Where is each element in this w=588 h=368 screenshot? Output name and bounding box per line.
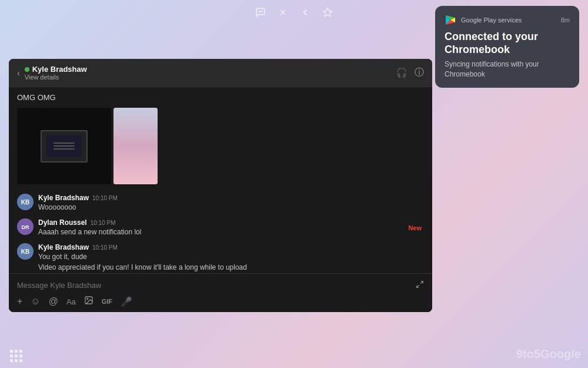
laptop-screen [46,135,82,157]
chat-header: ‹ Kyle Bradshaw View details 🎧 ⓘ [9,59,432,87]
launcher-dot [19,354,22,357]
launcher-dot [15,359,18,362]
text-format-icon[interactable]: Aa [66,297,76,306]
chat-header-right: 🎧 ⓘ [396,67,424,79]
svg-text:DR: DR [22,224,29,230]
message-author: Dylan Roussel [38,218,87,227]
notification-time: 8m [561,16,570,24]
add-icon[interactable]: + [17,296,22,307]
launcher-grid [10,350,23,363]
chat-header-left: ‹ Kyle Bradshaw View details [17,65,87,81]
message-meta: Dylan Roussel 10:10 PM [38,218,403,227]
chat-contact-name: Kyle Bradshaw [32,65,87,74]
launcher-button[interactable] [7,347,26,366]
photo-icon[interactable] [84,296,93,307]
message-text: You got it, dude [38,252,424,262]
svg-text:KB: KB [21,199,29,205]
google-play-icon [445,14,456,26]
chat-header-info: Kyle Bradshaw View details [25,65,87,81]
launcher-dot [10,359,13,362]
image-left [17,108,111,184]
tag-icon[interactable] [321,6,334,19]
svg-line-14 [420,281,423,284]
laptop-line [54,145,75,147]
svg-marker-5 [323,8,332,16]
omg-text: OMG OMG [17,93,424,102]
close-icon[interactable] [276,6,289,19]
avatar: DR [17,218,34,235]
notification-header: Google Play services 8m [445,14,570,26]
laptop-mock [17,108,111,184]
laptop-lines [54,142,75,150]
laptop-inner [41,130,88,163]
desktop: ‹ Kyle Bradshaw View details 🎧 ⓘ OMG OMG [0,0,588,368]
message-text: Woooooooo [38,203,424,213]
launcher-dot [15,354,18,357]
message-time: 10:10 PM [92,244,118,251]
emoji-icon[interactable]: ☺ [31,296,40,307]
message-author: Kyle Bradshaw [38,194,89,202]
message-time: 10:10 PM [92,195,118,201]
message-author: Kyle Bradshaw [38,243,89,251]
chat-input-area: + ☺ @ Aa GIF 🎤 [9,273,432,312]
mention-icon[interactable]: @ [49,296,58,307]
online-indicator [25,67,29,72]
new-badge: New [408,224,424,231]
notification-app-name: Google Play services [461,16,556,24]
mic-icon[interactable]: 🎤 [121,296,132,307]
message-content: Dylan Roussel 10:10 PM Aaaah send a new … [38,218,403,237]
launcher-dot [19,350,22,353]
message-content: Kyle Bradshaw 10:10 PM Woooooooo [38,194,424,213]
avatar: KB [17,243,34,260]
message-time: 10:10 PM [91,220,116,226]
message-icon[interactable] [254,6,267,19]
chat-window: ‹ Kyle Bradshaw View details 🎧 ⓘ OMG OMG [9,59,432,312]
launcher-dot [15,350,18,353]
expand-icon[interactable] [416,280,424,290]
message-row: KB Kyle Bradshaw 10:10 PM Woooooooo [17,194,424,213]
svg-line-15 [417,285,419,287]
svg-text:KB: KB [21,248,29,255]
chat-toolbar: + ☺ @ Aa GIF 🎤 [17,292,424,307]
info-icon[interactable]: ⓘ [415,67,424,79]
launcher-dot [10,350,13,353]
message-content: Kyle Bradshaw 10:10 PM You got it, dude … [38,243,424,273]
message-continuation: Video appreciated if you can! I know it'… [38,263,424,273]
notification-body: Syncing notifications with your Chromebo… [445,59,570,79]
taskbar [0,344,588,368]
laptop-line [54,148,75,150]
message-row: KB Kyle Bradshaw 10:10 PM You got it, du… [17,243,424,273]
message-meta: Kyle Bradshaw 10:10 PM [38,243,424,251]
laptop-line [54,142,75,144]
notification-title: Connected to your Chromebook [445,31,570,56]
gif-icon[interactable]: GIF [102,298,112,305]
message-row: DR Dylan Roussel 10:10 PM Aaaah send a n… [17,218,424,237]
headphone-icon[interactable]: 🎧 [396,67,407,78]
avatar: KB [17,194,34,210]
chat-messages-area: OMG OMG [9,87,432,273]
message-text: Aaaah send a new notification lol [38,227,403,237]
chat-back-arrow[interactable]: ‹ [17,68,20,78]
image-preview [17,108,158,184]
message-input[interactable] [17,279,416,292]
chat-view-details[interactable]: View details [25,74,87,81]
launcher-dot [19,359,22,362]
image-right [113,108,158,184]
launcher-dot [10,354,13,357]
notification-card: Google Play services 8m Connected to you… [435,6,579,88]
back-icon[interactable] [299,6,312,19]
svg-point-17 [87,299,88,300]
message-meta: Kyle Bradshaw 10:10 PM [38,194,424,202]
window-controls-bar [254,6,334,19]
